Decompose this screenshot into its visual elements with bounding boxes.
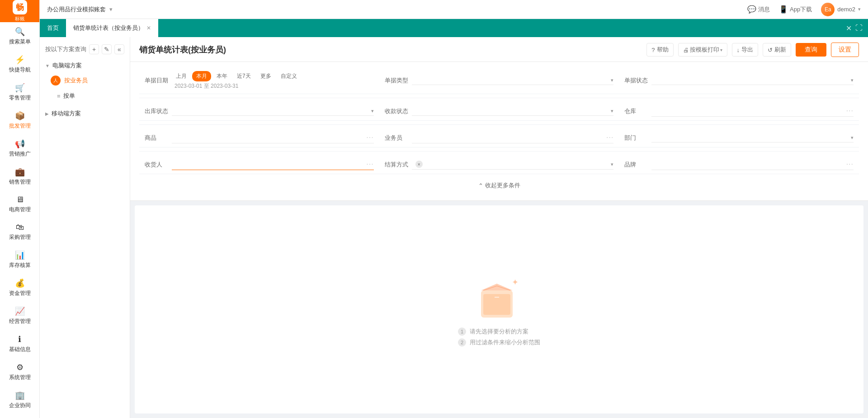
doc-type-input-wrap[interactable]: ▾: [412, 76, 614, 85]
print-arrow-icon: ▾: [720, 48, 722, 52]
pc-scheme-header[interactable]: ▼ 电脑端方案: [40, 59, 130, 72]
sidebar-item-sales[interactable]: 💼 销售管理: [0, 162, 40, 190]
app-download-label: App下载: [790, 5, 812, 14]
sidebar-item-finance[interactable]: 💰 资金管理: [0, 274, 40, 302]
sidebar-item-search[interactable]: 🔍 搜索菜单: [0, 22, 40, 50]
doc-status-input-wrap[interactable]: ▾: [651, 76, 854, 85]
brand-dots[interactable]: ···: [846, 160, 854, 168]
main-area: 办公用品行业模拟账套 ▾ 💬 消息 📱 App下载 Ea demo2 ▾ 首: [40, 0, 868, 418]
search-icon: 🔍: [15, 27, 25, 37]
top-title-arrow[interactable]: ▾: [109, 6, 113, 13]
user-initial: Ea: [825, 6, 831, 13]
tab-bar: 首页 销货单统计表（按业务员） ✕ ✕ ⛶: [40, 19, 868, 37]
collapse-btn[interactable]: ⌃ 收起更多条件: [473, 180, 526, 191]
this-year-btn[interactable]: 本年: [212, 71, 231, 81]
mobile-scheme-header[interactable]: ▶ 移动端方案: [40, 107, 130, 120]
sidebar-item-enterprise[interactable]: 🏢 企业协同: [0, 386, 40, 414]
tab-bar-actions: ✕ ⛶: [846, 24, 868, 33]
tab-expand-action[interactable]: ⛶: [855, 24, 863, 33]
product-dots[interactable]: ···: [366, 133, 373, 142]
template-print-btn[interactable]: 🖨 按模板打印 ▾: [678, 43, 727, 57]
edit-scheme-btn[interactable]: ✎: [102, 44, 112, 54]
add-scheme-btn[interactable]: +: [89, 44, 99, 54]
help-btn[interactable]: ? 帮助: [646, 43, 673, 57]
avatar: Ea: [821, 3, 835, 16]
sidebar-item-newbie[interactable]: 🎯 新手引导: [0, 414, 40, 418]
collect-status-input-wrap[interactable]: ▾: [412, 107, 614, 116]
app-download-btn[interactable]: 📱 App下载: [779, 5, 812, 14]
sidebar-item-system[interactable]: ⚙ 系统管理: [0, 358, 40, 386]
last7-btn[interactable]: 近7天: [233, 71, 255, 81]
tab-close-action[interactable]: ✕: [846, 24, 852, 33]
inventory-icon: 📊: [15, 250, 25, 260]
tab-close-icon[interactable]: ✕: [146, 25, 151, 31]
sidebar-item-ecommerce[interactable]: 🖥 电商管理: [0, 190, 40, 218]
filter-area: 单据日期 上月 本月 本年 近7天 更多 自定义 2023-03-01 至 20…: [130, 62, 868, 201]
collapse-icon: «: [118, 46, 121, 53]
tip-num-2: 2: [458, 338, 466, 347]
doc-status-label: 单据状态: [624, 76, 648, 85]
sidebar-item-inventory[interactable]: 📊 库存核算: [0, 246, 40, 274]
warehouse-dots[interactable]: ···: [846, 107, 854, 115]
quick-nav-icon: ⚡: [15, 55, 25, 65]
filter-product-cell: 商品 ···: [139, 128, 379, 147]
empty-illustration: ✦: [472, 272, 526, 322]
scheme-sub-item-order[interactable]: ≡ 按单: [40, 89, 130, 103]
logo[interactable]: 畅 标账: [0, 0, 40, 22]
settlement-tag-close[interactable]: ×: [415, 161, 423, 168]
sidebar-item-label: 经营管理: [9, 318, 31, 325]
salesperson-input-wrap[interactable]: ···: [412, 132, 614, 143]
finance-icon: 💰: [15, 278, 25, 288]
custom-btn[interactable]: 自定义: [277, 71, 301, 81]
refresh-btn[interactable]: ↺ 刷新: [763, 43, 791, 57]
sidebar-item-retail[interactable]: 🛒 零售管理: [0, 78, 40, 106]
settings-btn[interactable]: 设置: [831, 43, 859, 57]
doc-status-arrow: ▾: [851, 77, 854, 83]
brand-input-wrap[interactable]: ···: [651, 159, 854, 170]
salesperson-dots[interactable]: ···: [606, 133, 613, 142]
query-btn[interactable]: 查询: [796, 43, 826, 57]
filter-consignee-cell: 收货人 ···: [139, 155, 379, 174]
consignee-label: 收货人: [145, 161, 168, 169]
message-btn[interactable]: 💬 消息: [747, 5, 770, 14]
content-area: 按以下方案查询 + ✎ « ▼ 电脑端方案: [40, 37, 868, 418]
sidebar-item-label: 电商管理: [9, 206, 31, 214]
tab-sales-stat[interactable]: 销货单统计表（按业务员） ✕: [66, 19, 158, 37]
product-input-wrap[interactable]: ···: [172, 132, 374, 143]
dept-input-wrap[interactable]: ▾: [651, 133, 854, 142]
out-status-input-wrap[interactable]: ▾: [172, 107, 374, 116]
last-month-btn[interactable]: 上月: [172, 71, 191, 81]
warehouse-input-wrap[interactable]: ···: [651, 105, 854, 117]
sidebar-item-operation[interactable]: 📈 经营管理: [0, 302, 40, 330]
this-month-btn[interactable]: 本月: [192, 71, 211, 81]
empty-tip-2: 2 用过滤条件来缩小分析范围: [458, 338, 540, 347]
tab-home[interactable]: 首页: [40, 19, 66, 37]
basic-info-icon: ℹ: [18, 334, 21, 344]
date-label: 单据日期: [145, 76, 168, 85]
sidebar-item-basic-info[interactable]: ℹ 基础信息: [0, 330, 40, 358]
filter-brand-cell: 品牌 ···: [619, 155, 859, 174]
export-btn[interactable]: ↓ 导出: [732, 43, 759, 57]
sidebar-item-wholesale[interactable]: 📦 批发管理: [0, 106, 40, 134]
marketing-icon: 📢: [15, 139, 25, 149]
right-panel: 销货单统计表(按业务员) ? 帮助 🖨 按模板打印 ▾ ↓ 导出: [130, 37, 868, 418]
consignee-input[interactable]: [174, 161, 364, 168]
sidebar-item-marketing[interactable]: 📢 营销推广: [0, 134, 40, 162]
sidebar-item-quick-nav[interactable]: ⚡ 快捷导航: [0, 50, 40, 78]
sidebar-item-label: 营销推广: [9, 150, 31, 158]
sidebar-item-label: 销售管理: [9, 178, 31, 186]
filter-doc-type-cell: 单据类型 ▾: [379, 67, 619, 94]
consignee-dots[interactable]: ···: [366, 160, 373, 168]
settlement-input-wrap[interactable]: × ▾: [412, 159, 614, 170]
refresh-icon: ↺: [768, 47, 773, 53]
sidebar-item-purchase[interactable]: 🛍 采购管理: [0, 218, 40, 246]
filter-settlement-cell: 结算方式 × ▾: [379, 155, 619, 174]
empty-icon: ✦: [472, 272, 526, 322]
collapse-panel-btn[interactable]: «: [114, 44, 124, 54]
sub-item-icon: ≡: [57, 93, 61, 100]
empty-tip-1: 1 请先选择要分析的方案: [458, 328, 540, 336]
more-btn[interactable]: 更多: [256, 71, 275, 81]
scheme-item-salesperson[interactable]: 人 按业务员: [40, 72, 130, 89]
top-bar: 办公用品行业模拟账套 ▾ 💬 消息 📱 App下载 Ea demo2 ▾: [40, 0, 868, 19]
user-menu[interactable]: Ea demo2 ▾: [821, 3, 861, 16]
